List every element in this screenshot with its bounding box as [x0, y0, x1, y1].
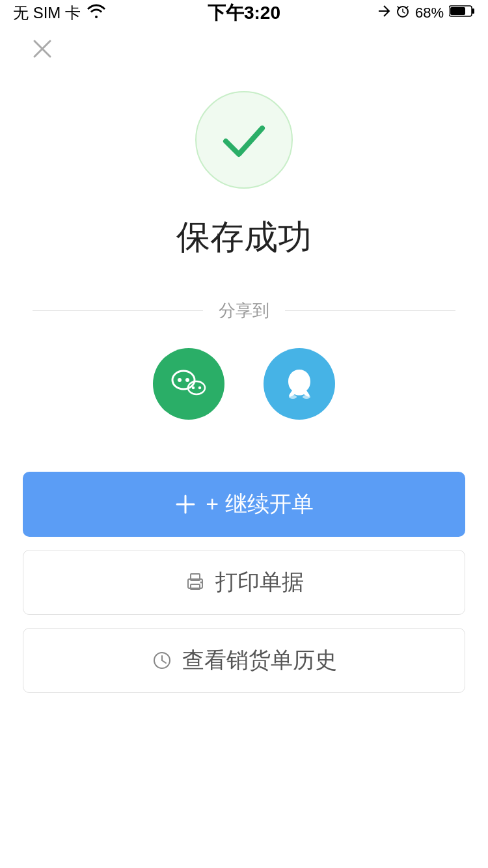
svg-point-13: [289, 395, 297, 399]
qq-icon: [278, 363, 321, 405]
svg-point-8: [178, 378, 182, 382]
battery-icon: [449, 5, 475, 21]
svg-line-23: [162, 660, 166, 663]
wechat-share-button[interactable]: [153, 348, 224, 420]
continue-button[interactable]: + 继续开单: [23, 472, 465, 537]
status-time: 下午3:20: [208, 1, 280, 25]
svg-point-14: [303, 395, 310, 399]
main-content: 保存成功 分享到: [0, 26, 488, 693]
status-bar: 无 SIM 卡 下午3:20 68%: [0, 0, 488, 26]
svg-rect-3: [472, 8, 474, 14]
share-icons-row: [153, 348, 335, 420]
wifi-icon: [87, 4, 105, 22]
history-button[interactable]: 查看销货单历史: [23, 628, 465, 693]
divider-line-left: [33, 310, 203, 311]
location-icon: [377, 5, 390, 21]
share-label: 分享到: [203, 299, 285, 322]
alarm-icon: [396, 4, 410, 22]
print-button[interactable]: 打印单据: [23, 550, 465, 615]
status-left: 无 SIM 卡: [13, 3, 105, 23]
plus-icon: [174, 493, 197, 515]
svg-point-7: [172, 371, 195, 389]
status-right: 68%: [377, 4, 475, 22]
close-button[interactable]: [26, 33, 59, 65]
svg-point-12: [198, 386, 200, 388]
success-icon-circle: [195, 91, 293, 189]
action-buttons: + 继续开单 打印单据 查看销货单历史: [23, 472, 465, 693]
success-title: 保存成功: [176, 215, 312, 260]
printer-icon: [184, 571, 206, 593]
no-sim-text: 无 SIM 卡: [13, 3, 81, 23]
clock-icon: [151, 649, 173, 671]
divider-line-right: [285, 310, 455, 311]
svg-point-11: [191, 386, 194, 388]
svg-point-9: [185, 378, 189, 382]
share-divider: 分享到: [0, 299, 488, 322]
svg-point-20: [200, 582, 202, 584]
wechat-icon: [168, 363, 210, 405]
battery-text: 68%: [415, 5, 444, 21]
qq-share-button[interactable]: [264, 348, 335, 420]
svg-rect-4: [450, 7, 465, 15]
check-icon: [218, 114, 270, 166]
